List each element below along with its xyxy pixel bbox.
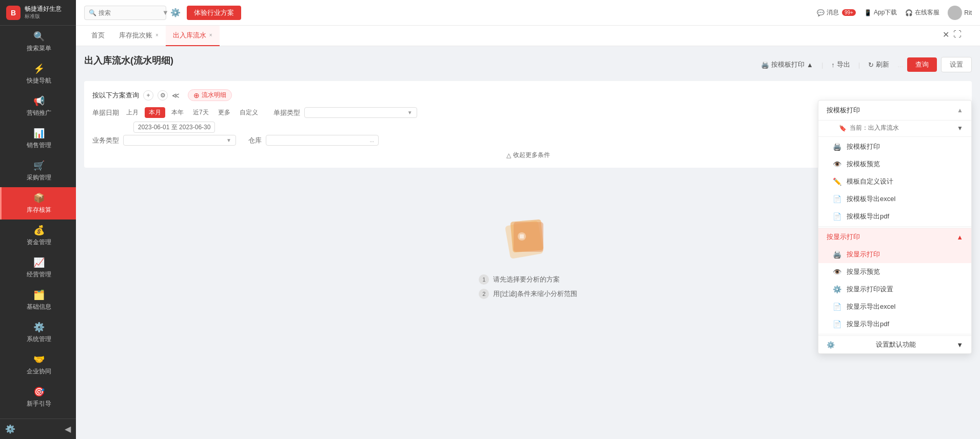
date-opt-this-month[interactable]: 本月 <box>145 107 165 118</box>
default-setting-icon: ⚙️ <box>827 341 835 349</box>
date-opt-more[interactable]: 更多 <box>215 107 233 118</box>
tab-flow[interactable]: 出入库流水 × <box>166 26 220 46</box>
current-text: 当前：出入库流水 <box>850 124 899 132</box>
empty-step-2-text: 用[过滤]条件来缩小分析范围 <box>493 289 577 298</box>
app-download-icon: 📱 <box>864 9 872 16</box>
operation-icon: 📈 <box>33 257 45 268</box>
display-print-icon: 🖨️ <box>833 250 841 258</box>
sidebar-nav: 🔍搜索菜单⚡快捷导航📢营销推广📊销售管理🛒采购管理📦库存核算💰资金管理📈经营管理… <box>0 26 76 418</box>
print-template-btn[interactable]: 🖨️ 按模板打印 ▲ <box>757 58 817 71</box>
app-download-item[interactable]: 📱 App下载 <box>864 8 897 17</box>
display-pdf-item[interactable]: 📄 按显示导出pdf <box>818 315 971 333</box>
divider-2 <box>818 226 971 227</box>
filter-warehouse-select[interactable]: ... <box>266 135 379 146</box>
basic-icon: 🗂️ <box>33 289 45 301</box>
current-arrow: ▼ <box>957 125 963 132</box>
online-service-label: 在线客服 <box>915 8 939 17</box>
quick-nav-icon: ⚡ <box>33 63 45 74</box>
refresh-btn[interactable]: ↻ 刷新 <box>864 58 893 71</box>
empty-step-1: 1 请先选择要分析的方案 <box>479 274 577 285</box>
sidebar-item-basic[interactable]: 🗂️基础信息 <box>0 284 76 316</box>
sidebar-item-search[interactable]: 🔍搜索菜单 <box>0 26 76 58</box>
search-box: 🔍 ▼ <box>84 6 166 20</box>
display-print-item[interactable]: 🖨️ 按显示打印 <box>818 246 971 263</box>
date-opt-this-year[interactable]: 本年 <box>168 107 187 118</box>
tab-batch[interactable]: 库存批次账 × <box>112 26 166 46</box>
filter-business-item: 业务类型 ▼ <box>92 135 236 146</box>
date-opt-last-month[interactable]: 上月 <box>123 107 142 118</box>
sidebar-item-sales[interactable]: 📊销售管理 <box>0 123 76 155</box>
user-area[interactable]: Rit <box>948 6 972 20</box>
template-preview-item[interactable]: 👁️ 按模板预览 <box>818 155 971 173</box>
finance-icon: 💰 <box>33 225 45 236</box>
sidebar-item-label: 基础信息 <box>27 303 51 311</box>
divider-1 <box>818 136 971 137</box>
sidebar-logo: B 畅捷通好生意 标准版 <box>0 0 76 26</box>
inventory-icon: 📦 <box>33 192 45 204</box>
template-excel-item[interactable]: 📄 按模板导出excel <box>818 190 971 208</box>
filter-type-item: 单据类型 ▼ <box>273 107 417 118</box>
search-dropdown-arrow[interactable]: ▼ <box>162 9 169 16</box>
tab-expand-btn[interactable]: ⛶ <box>953 30 962 39</box>
step-num-1: 1 <box>479 274 489 285</box>
filter-label: 按以下方案查询 <box>92 91 139 100</box>
sidebar-item-finance[interactable]: 💰资金管理 <box>0 220 76 252</box>
current-icon: 🔖 <box>839 125 847 132</box>
tab-flow-close[interactable]: × <box>209 32 212 38</box>
export-btn[interactable]: ↑ 导出 <box>827 58 854 71</box>
print-dropdown-close-arrow[interactable]: ▲ <box>957 107 963 114</box>
filter-collapse-btn[interactable]: ≪ <box>172 91 180 99</box>
sidebar-item-guide[interactable]: 🎯新手引导 <box>0 381 76 413</box>
settings-icon[interactable]: ⚙️ <box>5 424 15 434</box>
template-pdf-item[interactable]: 📄 按模板导出pdf <box>818 208 971 225</box>
tab-batch-close[interactable]: × <box>155 32 159 38</box>
tab-close-all-btn[interactable]: ✕ <box>943 30 949 39</box>
filter-gear-btn[interactable]: ⚙ <box>158 90 168 101</box>
sidebar-item-marketing[interactable]: 📢营销推广 <box>0 90 76 123</box>
sidebar-item-system[interactable]: ⚙️系统管理 <box>0 316 76 349</box>
topbar-gear-icon[interactable]: ⚙️ <box>170 8 181 17</box>
trial-button[interactable]: 体验行业方案 <box>187 6 241 20</box>
sidebar-item-label: 采购管理 <box>27 173 51 182</box>
display-pdf-label: 按显示导出pdf <box>847 320 889 329</box>
query-btn[interactable]: 查询 <box>907 57 937 72</box>
sidebar-item-inventory[interactable]: 📦库存核算 <box>0 187 76 220</box>
message-item[interactable]: 💬 消息 99+ <box>817 8 856 17</box>
sidebar-item-purchase[interactable]: 🛒采购管理 <box>0 155 76 187</box>
template-design-item[interactable]: ✏️ 模板自定义设计 <box>818 173 971 190</box>
setting-btn[interactable]: 设置 <box>941 57 972 72</box>
search-input[interactable] <box>99 9 160 16</box>
display-setting-icon: ⚙️ <box>833 285 841 293</box>
online-service-item[interactable]: 🎧 在线客服 <box>905 8 939 17</box>
date-opt-7days[interactable]: 近7天 <box>190 107 212 118</box>
guide-icon: 🎯 <box>33 386 45 397</box>
print-dropdown-arrow: ▲ <box>807 61 813 69</box>
filter-date-label: 单据日期 <box>92 108 119 117</box>
empty-icon <box>502 213 554 264</box>
collapse-icon[interactable]: ◀ <box>65 424 71 434</box>
refresh-icon: ↻ <box>868 61 874 69</box>
display-preview-item[interactable]: 👁️ 按显示预览 <box>818 263 971 281</box>
display-excel-item[interactable]: 📄 按显示导出excel <box>818 298 971 315</box>
user-avatar <box>948 6 962 20</box>
display-print-arrow: ▲ <box>956 233 963 241</box>
filter-type-select[interactable]: ▼ <box>304 107 417 118</box>
sidebar-item-coop[interactable]: 🤝企业协同 <box>0 349 76 381</box>
sidebar-item-quick-nav[interactable]: ⚡快捷导航 <box>0 58 76 90</box>
sidebar-item-operation[interactable]: 📈经营管理 <box>0 252 76 284</box>
display-print-header[interactable]: 按显示打印 ▲ <box>818 228 971 246</box>
logo-icon: B <box>6 6 21 20</box>
filter-header: 按以下方案查询 + ⚙ ≪ ⊕ 流水明细 <box>92 89 964 101</box>
display-setting-item[interactable]: ⚙️ 按显示打印设置 <box>818 281 971 298</box>
filter-add-btn[interactable]: + <box>143 90 153 101</box>
date-opt-custom[interactable]: 自定义 <box>237 107 261 118</box>
tab-home[interactable]: 首页 <box>84 26 112 46</box>
filter-warehouse-label: 仓库 <box>248 136 262 145</box>
template-print-item[interactable]: 🖨️ 按模板打印 <box>818 138 971 155</box>
logo-text: 畅捷通好生意 <box>25 5 62 13</box>
filter-business-select[interactable]: ▼ <box>123 135 236 146</box>
default-setting-item[interactable]: ⚙️ 设置默认功能 ▼ <box>818 335 971 353</box>
sidebar-item-apps[interactable]: 🔲应用中心 <box>0 413 76 418</box>
footer-arrow: ▼ <box>956 341 963 349</box>
username-label: Rit <box>964 9 972 16</box>
